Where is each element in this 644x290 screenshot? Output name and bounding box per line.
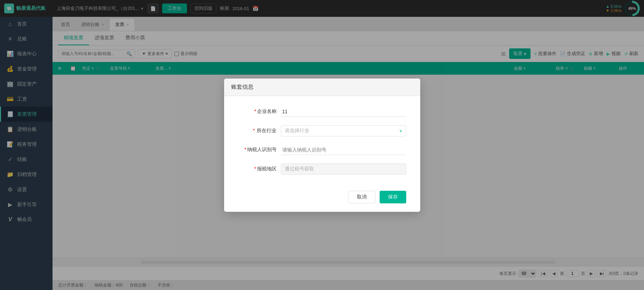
input-company-name[interactable]	[281, 107, 406, 117]
modal-title: 账套信息	[231, 84, 254, 90]
modal-body: *企业名称 * 所在行业 请选择行业 ∨ *纳税人识别号	[224, 96, 420, 185]
label-tax-region: *报税地区	[238, 166, 277, 172]
input-tax-id[interactable]	[281, 145, 406, 155]
select-industry-arrow: ∨	[399, 128, 402, 133]
label-tax-id: *纳税人识别号	[238, 147, 277, 153]
required-star-company: *	[254, 108, 256, 114]
account-info-modal: 账套信息 *企业名称 * 所在行业 请选择行业 ∨	[224, 79, 420, 212]
required-star-industry: *	[253, 128, 255, 133]
input-tax-region: 通过税号获取	[281, 163, 406, 175]
modal-footer: 取消 保存	[224, 185, 420, 212]
form-row-company-name: *企业名称	[238, 107, 406, 117]
label-company-name: *企业名称	[238, 108, 277, 115]
select-industry[interactable]: 请选择行业 ∨	[281, 125, 406, 136]
form-row-industry: * 所在行业 请选择行业 ∨	[238, 125, 406, 136]
cancel-button[interactable]: 取消	[348, 191, 375, 203]
form-row-tax-region: *报税地区 通过税号获取	[238, 163, 406, 175]
required-star-tax: *	[244, 147, 246, 152]
select-industry-placeholder: 请选择行业	[285, 128, 309, 134]
modal-overlay[interactable]: 账套信息 *企业名称 * 所在行业 请选择行业 ∨	[0, 0, 644, 290]
modal-header: 账套信息	[224, 79, 420, 96]
required-star-region: *	[254, 166, 256, 171]
label-industry: * 所在行业	[238, 128, 277, 134]
save-button[interactable]: 保存	[380, 191, 406, 203]
form-row-tax-id: *纳税人识别号	[238, 145, 406, 155]
